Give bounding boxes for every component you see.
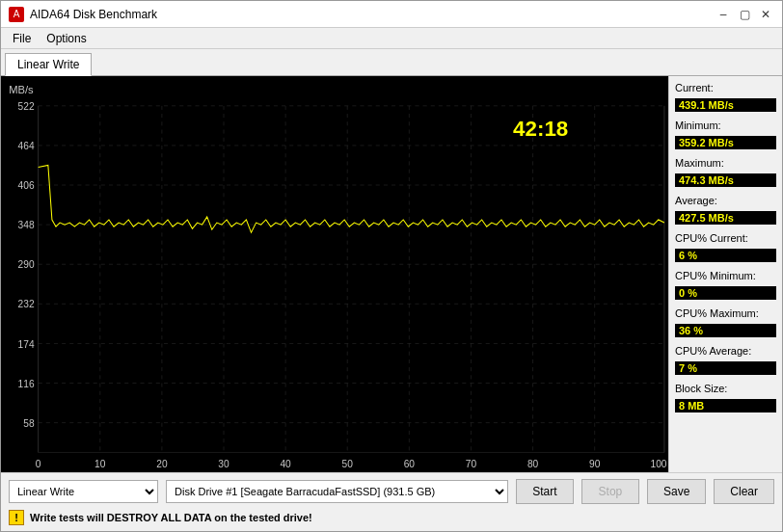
svg-text:80: 80 (527, 459, 539, 469)
chart-panel: MB/s (1, 76, 668, 472)
minimum-label: Minimum: (675, 120, 776, 131)
svg-text:464: 464 (18, 141, 35, 151)
chart-svg: MB/s (1, 76, 668, 472)
svg-text:40: 40 (280, 459, 291, 469)
test-dropdown[interactable]: Linear Write (9, 480, 158, 503)
cpu-average-value: 7 % (675, 361, 776, 375)
average-value: 427.5 MB/s (675, 211, 776, 225)
svg-text:406: 406 (18, 180, 35, 191)
current-label: Current: (675, 82, 776, 93)
svg-text:42:18: 42:18 (513, 117, 568, 141)
block-size-label: Block Size: (675, 383, 776, 394)
warning-text: Write tests will DESTROY ALL DATA on the… (30, 512, 312, 523)
cpu-average-label: CPU% Average: (675, 345, 776, 357)
svg-text:290: 290 (18, 259, 35, 270)
menu-options[interactable]: Options (39, 30, 94, 47)
title-bar-controls: – ▢ ✕ (715, 6, 774, 23)
tab-bar: Linear Write (1, 49, 782, 76)
clear-button[interactable]: Clear (714, 479, 774, 504)
svg-text:60: 60 (404, 459, 416, 469)
svg-text:0: 0 (36, 459, 41, 469)
menu-bar: File Options (1, 28, 782, 49)
svg-text:20: 20 (156, 459, 168, 469)
stop-button[interactable]: Stop (581, 479, 639, 504)
warning-icon: ! (9, 510, 24, 525)
minimize-button[interactable]: – (715, 6, 732, 23)
svg-text:MB/s: MB/s (9, 84, 34, 95)
close-button[interactable]: ✕ (757, 6, 774, 23)
stats-panel: Current: 439.1 MB/s Minimum: 359.2 MB/s … (668, 76, 782, 472)
svg-text:174: 174 (18, 338, 35, 349)
main-window: A AIDA64 Disk Benchmark – ▢ ✕ File Optio… (0, 0, 783, 532)
menu-file[interactable]: File (5, 30, 39, 47)
svg-text:70: 70 (466, 459, 477, 469)
svg-text:522: 522 (18, 101, 35, 112)
average-label: Average: (675, 195, 776, 206)
cpu-maximum-label: CPU% Maximum: (675, 307, 776, 319)
svg-text:90: 90 (589, 459, 601, 469)
bottom-bar: Linear Write Disk Drive #1 [Seagate Barr… (1, 472, 782, 531)
block-size-value: 8 MB (675, 399, 776, 412)
svg-text:10: 10 (94, 459, 106, 469)
svg-text:116: 116 (18, 379, 35, 389)
cpu-current-value: 6 % (675, 249, 776, 262)
main-area: MB/s (1, 76, 782, 472)
svg-text:50: 50 (342, 459, 354, 469)
tab-linear-write[interactable]: Linear Write (5, 53, 92, 76)
svg-text:348: 348 (18, 220, 35, 230)
maximum-label: Maximum: (675, 157, 776, 169)
window-title: AIDA64 Disk Benchmark (30, 8, 157, 21)
cpu-minimum-label: CPU% Minimum: (675, 270, 776, 281)
cpu-current-label: CPU% Current: (675, 232, 776, 244)
cpu-maximum-value: 36 % (675, 324, 776, 337)
current-value: 439.1 MB/s (675, 98, 776, 112)
svg-text:232: 232 (18, 299, 35, 309)
maximum-value: 474.3 MB/s (675, 173, 776, 187)
warning-row: ! Write tests will DESTROY ALL DATA on t… (9, 510, 774, 525)
svg-text:100 %: 100 % (651, 459, 668, 469)
maximize-button[interactable]: ▢ (736, 6, 753, 23)
app-icon: A (9, 7, 24, 22)
controls-row: Linear Write Disk Drive #1 [Seagate Barr… (9, 479, 774, 504)
drive-dropdown[interactable]: Disk Drive #1 [Seagate BarracudaFastSSD]… (166, 480, 508, 503)
title-bar-left: A AIDA64 Disk Benchmark (9, 7, 157, 22)
title-bar: A AIDA64 Disk Benchmark – ▢ ✕ (1, 1, 782, 28)
start-button[interactable]: Start (516, 479, 574, 504)
cpu-minimum-value: 0 % (675, 286, 776, 300)
save-button[interactable]: Save (647, 479, 706, 504)
svg-text:58: 58 (23, 418, 35, 429)
svg-text:30: 30 (218, 459, 230, 469)
minimum-value: 359.2 MB/s (675, 136, 776, 149)
